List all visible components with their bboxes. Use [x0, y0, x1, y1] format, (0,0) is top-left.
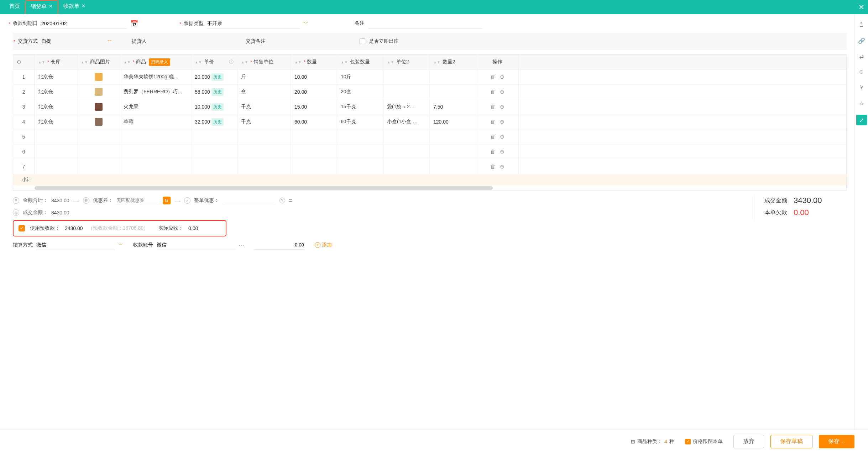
delete-icon[interactable]: 🗑 [490, 104, 496, 110]
cell-qty[interactable] [291, 159, 337, 174]
delete-icon[interactable]: 🗑 [490, 74, 496, 80]
pay-account-select[interactable] [157, 240, 235, 250]
immediate-out-checkbox[interactable] [360, 38, 365, 44]
tab-receipt[interactable]: 收款单 ✕ [58, 0, 90, 14]
cell-price[interactable]: 32.000历史 [191, 114, 237, 129]
cell-price[interactable]: 58.000历史 [191, 84, 237, 99]
delete-icon[interactable]: 🗑 [490, 134, 496, 140]
col-product[interactable]: ▲▼*商品扫码录入 [120, 54, 191, 69]
picker-input[interactable] [150, 36, 229, 46]
rail-star-icon[interactable]: ☆ [857, 99, 866, 108]
cell-qty2[interactable] [430, 84, 476, 99]
cell-qty[interactable]: 60.00 [291, 114, 337, 129]
cell-product[interactable] [120, 144, 191, 159]
history-badge[interactable]: 历史 [211, 118, 224, 126]
cell-unit[interactable] [237, 144, 291, 159]
cell-unit[interactable]: 斤 [237, 69, 291, 84]
cell-price[interactable]: 20.000历史 [191, 69, 237, 84]
close-icon[interactable]: ✕ [49, 1, 53, 12]
cell-unit2[interactable] [383, 129, 430, 144]
add-row-icon[interactable]: ⊕ [500, 89, 504, 95]
cell-image[interactable] [77, 69, 120, 84]
pay-amount-input[interactable] [254, 240, 304, 250]
cell-qty2[interactable] [430, 129, 476, 144]
add-row-icon[interactable]: ⊕ [500, 74, 504, 80]
horizontal-scrollbar[interactable] [13, 186, 846, 191]
coupon-input[interactable] [116, 196, 159, 205]
cell-warehouse[interactable]: 北京仓 [35, 84, 77, 99]
col-gear[interactable]: ⚙ [13, 54, 35, 69]
col-sale-unit[interactable]: ▲▼*销售单位 [237, 54, 291, 69]
cell-unit2[interactable]: 小盒(1小盒 … [383, 114, 430, 129]
col-qty2[interactable]: ▲▼数量2 [430, 54, 476, 69]
history-badge[interactable]: 历史 [211, 73, 224, 81]
cell-image[interactable] [77, 99, 120, 114]
pay-due-input[interactable] [41, 19, 127, 28]
col-warehouse[interactable]: ▲▼*仓库 [35, 54, 77, 69]
add-row-icon[interactable]: ⊕ [500, 134, 504, 140]
delivery-remark-input[interactable] [269, 36, 347, 46]
rail-swap-icon[interactable]: ⇄ [857, 52, 866, 61]
cell-image[interactable] [77, 84, 120, 99]
table-row[interactable]: 4北京仓草莓32.000历史千克60.0060千克小盒(1小盒 …120.00🗑… [13, 114, 846, 129]
cell-unit2[interactable] [383, 69, 430, 84]
rail-link-icon[interactable]: 🔗 [857, 36, 866, 45]
col-unit2[interactable]: ▲▼单位2 [383, 54, 430, 69]
add-row-icon[interactable]: ⊕ [500, 104, 504, 110]
col-image[interactable]: ▲▼商品图片 [77, 54, 120, 69]
cell-pack[interactable] [337, 159, 383, 174]
table-row[interactable]: 3北京仓火龙果10.000历史千克15.0015千克袋(1袋 ≈ 2…7.50🗑… [13, 99, 846, 114]
cell-pack[interactable]: 20盒 [337, 84, 383, 99]
rail-user-icon[interactable]: ☺ [857, 68, 866, 76]
cell-product[interactable]: 费列罗（FERRERO）巧… [120, 84, 191, 99]
cell-unit2[interactable] [383, 84, 430, 99]
cell-product[interactable] [120, 159, 191, 174]
cell-product[interactable] [120, 129, 191, 144]
cell-warehouse[interactable]: 北京仓 [35, 99, 77, 114]
cell-unit[interactable]: 千克 [237, 114, 291, 129]
gear-icon[interactable]: ⚙ [17, 59, 21, 65]
table-row[interactable]: 2北京仓费列罗（FERRERO）巧…58.000历史盒20.0020盒🗑⊕ [13, 84, 846, 99]
use-prepay-checkbox[interactable]: ✓ [19, 225, 25, 231]
cell-pack[interactable]: 10斤 [337, 69, 383, 84]
history-badge[interactable]: 历史 [211, 103, 224, 111]
delete-icon[interactable]: 🗑 [490, 89, 496, 95]
settle-method-select[interactable] [36, 240, 115, 250]
scan-badge[interactable]: 扫码录入 [149, 58, 170, 66]
col-price[interactable]: ▲▼单价ⓘ [191, 54, 237, 69]
cell-image[interactable] [77, 159, 120, 174]
cell-unit[interactable]: 盒 [237, 84, 291, 99]
cell-image[interactable] [77, 114, 120, 129]
cell-qty[interactable]: 20.00 [291, 84, 337, 99]
refresh-icon[interactable]: ↻ [163, 197, 171, 204]
cell-unit[interactable] [237, 159, 291, 174]
cell-qty2[interactable]: 7.50 [430, 99, 476, 114]
chevron-down-icon[interactable]: ﹀ [118, 242, 123, 248]
delete-icon[interactable]: 🗑 [490, 119, 496, 125]
rail-expand-icon[interactable]: ⤢ [856, 115, 867, 125]
cell-pack[interactable]: 15千克 [337, 99, 383, 114]
cell-product[interactable]: 火龙果 [120, 99, 191, 114]
delivery-method-select[interactable] [41, 36, 104, 46]
remark-input[interactable] [368, 19, 482, 28]
cell-qty[interactable] [291, 129, 337, 144]
cell-pack[interactable] [337, 144, 383, 159]
info-icon[interactable]: ? [279, 198, 285, 203]
cell-qty[interactable]: 15.00 [291, 99, 337, 114]
cell-unit2[interactable] [383, 159, 430, 174]
cell-price[interactable] [191, 129, 237, 144]
cell-product[interactable]: 华美华夫软饼1200g 糕… [120, 69, 191, 84]
table-row[interactable]: 6🗑⊕ [13, 144, 846, 159]
chevron-down-icon[interactable]: ﹀ [107, 38, 112, 45]
col-qty[interactable]: ▲▼*数量 [291, 54, 337, 69]
order-discount-input[interactable] [223, 196, 276, 205]
add-row-icon[interactable]: ⊕ [500, 119, 504, 125]
cell-image[interactable] [77, 129, 120, 144]
cell-qty2[interactable] [430, 159, 476, 174]
cell-unit2[interactable]: 袋(1袋 ≈ 2… [383, 99, 430, 114]
cell-unit[interactable] [237, 129, 291, 144]
cell-qty2[interactable] [430, 69, 476, 84]
cell-warehouse[interactable]: 北京仓 [35, 114, 77, 129]
cell-price[interactable] [191, 159, 237, 174]
cell-pack[interactable] [337, 129, 383, 144]
